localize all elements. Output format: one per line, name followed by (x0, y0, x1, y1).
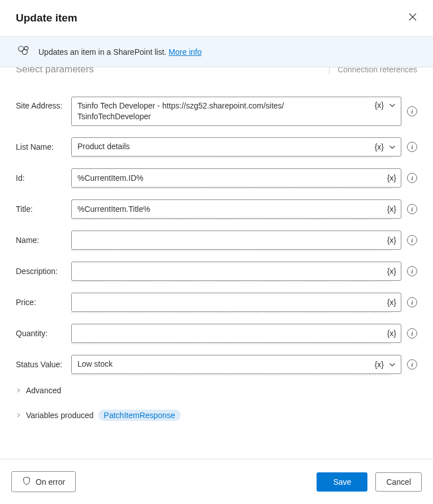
info-icon[interactable]: i (407, 266, 417, 276)
content-area: Select parameters Connection references … (0, 67, 433, 451)
info-icon[interactable]: i (407, 173, 417, 183)
input-title[interactable] (77, 201, 383, 218)
dialog-footer: On error Save Cancel (0, 459, 433, 504)
field-price[interactable]: {x} (71, 293, 401, 312)
info-icon[interactable]: i (407, 328, 417, 338)
field-list-name[interactable]: Product details {x} (71, 137, 401, 157)
field-status-value[interactable]: Low stock {x} (71, 355, 401, 374)
info-icon[interactable]: i (407, 204, 417, 214)
row-name: Name: {x} i (16, 231, 417, 250)
banner-text: Updates an item in a SharePoint list. Mo… (38, 47, 202, 57)
field-quantity[interactable]: {x} (71, 324, 401, 343)
info-icon[interactable]: i (407, 297, 417, 307)
dashed-separator (71, 157, 391, 158)
chevron-right-icon (16, 411, 21, 420)
chevron-down-icon (388, 101, 396, 109)
svg-point-0 (19, 46, 24, 51)
input-quantity[interactable] (77, 325, 383, 342)
dashed-separator (71, 250, 391, 251)
info-icon[interactable]: i (407, 106, 417, 116)
chevron-down-icon (388, 360, 396, 368)
cancel-button[interactable]: Cancel (375, 472, 422, 492)
row-quantity: Quantity: {x} i (16, 324, 417, 343)
dashed-separator (71, 188, 391, 189)
value-status-value: Low stock (77, 359, 370, 370)
close-button[interactable] (406, 10, 419, 26)
label-quantity: Quantity: (16, 329, 71, 338)
dashed-separator (71, 312, 391, 313)
label-status-value: Status Value: (16, 360, 71, 369)
variable-token-button[interactable]: {x} (387, 205, 396, 214)
row-id: Id: {x} i (16, 168, 417, 188)
save-label: Save (333, 477, 351, 486)
label-name: Name: (16, 236, 71, 245)
label-site-address: Site Address: (16, 97, 71, 110)
variables-produced-label: Variables produced (26, 411, 94, 420)
connection-references-label: Connection references (337, 67, 417, 74)
advanced-label: Advanced (26, 386, 61, 395)
more-info-link[interactable]: More info (168, 47, 201, 57)
label-price: Price: (16, 298, 71, 307)
separator (329, 67, 330, 75)
label-title: Title: (16, 205, 71, 214)
advanced-expander[interactable]: Advanced (16, 386, 417, 395)
row-title: Title: {x} i (16, 199, 417, 219)
row-list-name: List Name: Product details {x} i (16, 137, 417, 157)
on-error-button[interactable]: On error (11, 471, 76, 492)
row-site-address: Site Address: Tsinfo Tech Developer - ht… (16, 97, 417, 126)
dropdown-chevron[interactable] (388, 143, 396, 151)
label-id: Id: (16, 173, 71, 183)
dashed-separator (71, 281, 391, 282)
dialog-header: Update item (0, 0, 433, 36)
row-description: Description: {x} i (16, 262, 417, 281)
save-button[interactable]: Save (317, 472, 367, 492)
dialog-title: Update item (16, 12, 77, 24)
row-status-value: Status Value: Low stock {x} i (16, 355, 417, 374)
parameters-form: Site Address: Tsinfo Tech Developer - ht… (16, 97, 417, 421)
close-icon (408, 12, 417, 21)
variable-token-button[interactable]: {x} (375, 360, 384, 369)
info-icon[interactable]: i (407, 235, 417, 245)
input-id[interactable] (77, 170, 383, 186)
dashed-separator (71, 344, 391, 344)
info-icon[interactable]: i (407, 359, 417, 370)
variables-produced-expander[interactable]: Variables produced PatchItemResponse (16, 410, 417, 421)
section-header-cutoff: Select parameters Connection references (16, 67, 417, 75)
variable-token-button[interactable]: {x} (375, 142, 384, 151)
field-site-address[interactable]: Tsinfo Tech Developer - https://szg52.sh… (71, 97, 401, 126)
cancel-label: Cancel (386, 477, 411, 486)
chevron-right-icon (16, 386, 21, 395)
value-site-address: Tsinfo Tech Developer - https://szg52.sh… (77, 101, 370, 122)
input-price[interactable] (77, 294, 383, 311)
info-icon[interactable]: i (407, 142, 417, 152)
variable-token-button[interactable]: {x} (387, 267, 396, 276)
variable-pill[interactable]: PatchItemResponse (98, 410, 181, 421)
dashed-separator (71, 219, 391, 220)
on-error-label: On error (36, 477, 65, 486)
row-price: Price: {x} i (16, 293, 417, 312)
variable-token-button[interactable]: {x} (387, 173, 396, 183)
variable-token-button[interactable]: {x} (387, 329, 396, 338)
value-list-name: Product details (77, 141, 370, 152)
label-description: Description: (16, 267, 71, 276)
sharepoint-icon (17, 45, 29, 59)
variable-token-button[interactable]: {x} (387, 298, 396, 307)
input-description[interactable] (77, 263, 383, 280)
field-id[interactable]: {x} (71, 168, 401, 188)
dashed-separator (71, 375, 391, 375)
variable-token-button[interactable]: {x} (375, 101, 384, 110)
dropdown-chevron[interactable] (388, 360, 396, 368)
section-title: Select parameters (16, 67, 94, 75)
field-name[interactable]: {x} (71, 231, 401, 250)
shield-icon (22, 476, 31, 487)
info-banner: Updates an item in a SharePoint list. Mo… (0, 36, 433, 67)
input-name[interactable] (77, 232, 383, 249)
field-description[interactable]: {x} (71, 262, 401, 281)
field-title[interactable]: {x} (71, 199, 401, 219)
dropdown-chevron[interactable] (388, 101, 396, 109)
variable-token-button[interactable]: {x} (387, 236, 396, 245)
label-list-name: List Name: (16, 142, 71, 151)
chevron-down-icon (388, 143, 396, 151)
